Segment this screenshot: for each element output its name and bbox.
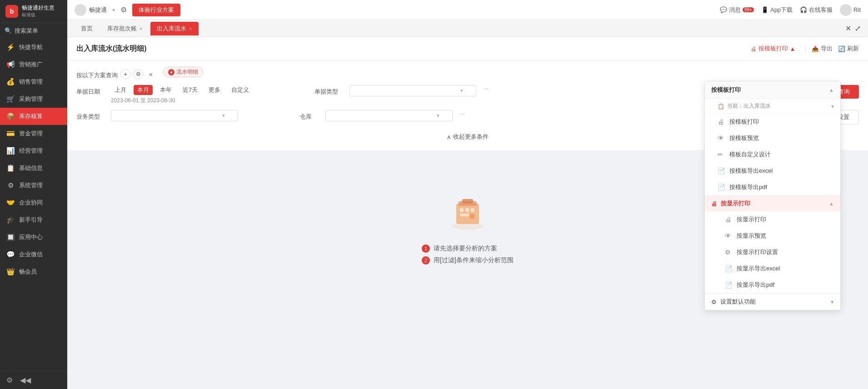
date-option-last-month[interactable]: 上月 bbox=[111, 85, 130, 95]
messages-badge: 99+ bbox=[743, 7, 754, 12]
filter-add-button[interactable]: + bbox=[120, 69, 130, 79]
sidebar-item-purchase[interactable]: 🛒 采购管理 bbox=[0, 90, 67, 108]
sidebar-nav: ⚡ 快捷导航 📢 营销推广 💰 销售管理 🛒 采购管理 📦 库存核算 💳 资金管… bbox=[0, 39, 67, 371]
tab-flow[interactable]: 出入库流水 × bbox=[150, 22, 198, 35]
tab-home[interactable]: 首页 bbox=[75, 22, 99, 35]
dropdown-footer[interactable]: ⚙ 设置默认功能 ▾ bbox=[705, 293, 840, 310]
sidebar-item-system[interactable]: ⚙ 系统管理 bbox=[0, 177, 67, 194]
sidebar-collapse-icon[interactable]: ◀◀ bbox=[20, 376, 31, 384]
sidebar-item-label: 应用中心 bbox=[19, 233, 43, 241]
date-option-more[interactable]: 更多 bbox=[205, 85, 224, 95]
topbar-user: 畅捷通 bbox=[75, 4, 107, 16]
filter-tag-flow[interactable]: ● 流水明细 bbox=[163, 67, 203, 77]
tab-flow-close-icon[interactable]: × bbox=[189, 26, 192, 31]
export-button[interactable]: 📤 导出 bbox=[812, 45, 833, 53]
dropdown-title: 按模板打印 bbox=[711, 86, 741, 94]
sidebar-item-marketing[interactable]: 📢 营销推广 bbox=[0, 56, 67, 73]
date-options: 上月 本月 本年 近7天 更多 自定义 bbox=[111, 85, 253, 95]
svg-rect-4 bbox=[460, 208, 464, 212]
industry-solution-button[interactable]: 体验行业方案 bbox=[132, 4, 180, 16]
dropdown-collapse-icon[interactable]: ▲ bbox=[829, 87, 834, 93]
filter-settings-button[interactable]: ⚙ bbox=[133, 69, 143, 79]
display-pdf-label: 按显示导出pdf bbox=[737, 281, 774, 289]
printer-icon: 🖨 bbox=[751, 45, 757, 52]
dropdown-item-display-excel[interactable]: 📄 按显示导出excel bbox=[705, 260, 840, 277]
dropdown-item-template-print[interactable]: 🖨 按模板打印 bbox=[705, 114, 840, 130]
sidebar-item-label: 企业微信 bbox=[19, 250, 43, 259]
window-expand-icon[interactable]: ⤢ bbox=[855, 24, 861, 33]
sidebar-item-newbie[interactable]: 🎓 新手引导 bbox=[0, 211, 67, 229]
user-name: 畅捷通 bbox=[89, 6, 107, 14]
topbar-right: 💬 消息 99+ 📱 App下载 🎧 在线客服 Rit bbox=[720, 4, 861, 16]
collapse-label: 收起更多条件 bbox=[453, 133, 489, 141]
dropdown-item-display-preview[interactable]: 👁 按显示预览 bbox=[705, 228, 840, 244]
sidebar-item-cooperation[interactable]: 🤝 企业协同 bbox=[0, 194, 67, 211]
marketing-icon: 📢 bbox=[6, 60, 15, 69]
display-preview-icon: 👁 bbox=[725, 232, 732, 239]
date-option-this-month[interactable]: 本月 bbox=[134, 85, 153, 95]
filter-collapse-button[interactable]: « bbox=[146, 69, 156, 79]
refresh-icon: 🔄 bbox=[838, 45, 845, 52]
empty-step-2: 2 用[过滤]条件来缩小分析范围 bbox=[422, 256, 514, 264]
warehouse-select[interactable]: ▾ bbox=[325, 110, 453, 121]
messages-button[interactable]: 💬 消息 99+ bbox=[720, 6, 754, 14]
dropdown-item-display-settings[interactable]: ⚙ 按显示打印设置 bbox=[705, 244, 840, 260]
search-menu[interactable]: 🔍 搜索菜单 bbox=[0, 23, 67, 39]
date-option-custom[interactable]: 自定义 bbox=[228, 85, 253, 95]
tab-batch-account-label: 库存批次账 bbox=[107, 25, 137, 33]
tab-batch-account-close-icon[interactable]: × bbox=[140, 26, 142, 31]
inventory-icon: 📦 bbox=[6, 112, 15, 120]
wecom-icon: 💬 bbox=[6, 250, 15, 259]
sidebar-item-wecom[interactable]: 💬 企业微信 bbox=[0, 246, 67, 263]
dropdown-item-display-pdf[interactable]: 📄 按显示导出pdf bbox=[705, 277, 840, 293]
online-service-button[interactable]: 🎧 在线客服 bbox=[800, 6, 833, 14]
sidebar-item-label: 新手引导 bbox=[19, 216, 43, 224]
topbar-user-menu[interactable]: Rit bbox=[840, 4, 861, 16]
search-icon: 🔍 bbox=[5, 27, 12, 34]
template-custom-icon: ✏ bbox=[718, 151, 725, 158]
dropdown-item-template-preview[interactable]: 👁 按模板预览 bbox=[705, 130, 840, 146]
topbar-settings-icon[interactable]: ⚙ bbox=[120, 5, 127, 14]
user-display-name: Rit bbox=[853, 6, 861, 13]
sidebar-item-appcenter[interactable]: 🔲 应用中心 bbox=[0, 229, 67, 246]
sidebar-item-basics[interactable]: 📋 基础信息 bbox=[0, 160, 67, 177]
date-option-this-year[interactable]: 本年 bbox=[156, 85, 175, 95]
warehouse-chevron-down-icon: ▾ bbox=[437, 113, 439, 119]
template-print-button[interactable]: 🖨 按模板打印 ▲ bbox=[747, 43, 799, 55]
business-type-select[interactable]: ▾ bbox=[111, 110, 238, 121]
current-template-icon: 📋 bbox=[718, 103, 724, 110]
sidebar-item-quick-nav[interactable]: ⚡ 快捷导航 bbox=[0, 39, 67, 56]
sidebar-item-label: 营销推广 bbox=[19, 60, 43, 69]
date-option-7days[interactable]: 近7天 bbox=[179, 85, 201, 95]
step-2-number: 2 bbox=[422, 256, 430, 264]
app-download-label: App下载 bbox=[770, 6, 793, 14]
sidebar-settings-icon[interactable]: ⚙ bbox=[6, 376, 13, 384]
bill-type-more-icon[interactable]: ··· bbox=[484, 85, 489, 92]
dropdown-item-display-print[interactable]: 🖨 按显示打印 bbox=[705, 211, 840, 228]
template-print-label: 按模板打印 bbox=[758, 45, 788, 53]
window-close-icon[interactable]: ✕ bbox=[845, 24, 851, 33]
template-print-chevron-up-icon: ▲ bbox=[790, 45, 796, 52]
sidebar-item-membership[interactable]: 👑 畅会员 bbox=[0, 263, 67, 280]
dropdown-item-template-pdf[interactable]: 📄 按模板导出pdf bbox=[705, 179, 840, 196]
sidebar-item-inventory[interactable]: 📦 库存核算 bbox=[0, 108, 67, 125]
topbar-dropdown-icon[interactable]: ▾ bbox=[112, 7, 115, 13]
cooperation-icon: 🤝 bbox=[6, 199, 15, 207]
operations-icon: 📊 bbox=[6, 147, 15, 155]
dropdown-item-template-custom[interactable]: ✏ 模板自定义设计 bbox=[705, 146, 840, 163]
app-download-button[interactable]: 📱 App下载 bbox=[761, 6, 793, 14]
bill-type-select[interactable]: ▾ bbox=[349, 85, 476, 96]
default-settings-label: 设置默认功能 bbox=[720, 298, 756, 306]
sidebar: b 畅捷通好生意 标准版 🔍 搜索菜单 ⚡ 快捷导航 📢 营销推广 💰 销售管理… bbox=[0, 0, 67, 389]
tab-batch-account[interactable]: 库存批次账 × bbox=[101, 22, 149, 35]
display-section-header[interactable]: 🖨 按显示打印 ▲ bbox=[705, 196, 840, 211]
online-service-label: 在线客服 bbox=[809, 6, 833, 14]
basics-icon: 📋 bbox=[6, 164, 15, 172]
sidebar-item-finance[interactable]: 💳 资金管理 bbox=[0, 125, 67, 142]
dropdown-item-template-excel[interactable]: 📄 按模板导出excel bbox=[705, 163, 840, 179]
svg-rect-7 bbox=[460, 214, 469, 216]
sidebar-item-operations[interactable]: 📊 经营管理 bbox=[0, 142, 67, 160]
warehouse-more-icon[interactable]: ··· bbox=[460, 110, 465, 117]
sidebar-item-sales[interactable]: 💰 销售管理 bbox=[0, 73, 67, 90]
refresh-button[interactable]: 🔄 刷新 bbox=[838, 45, 859, 53]
